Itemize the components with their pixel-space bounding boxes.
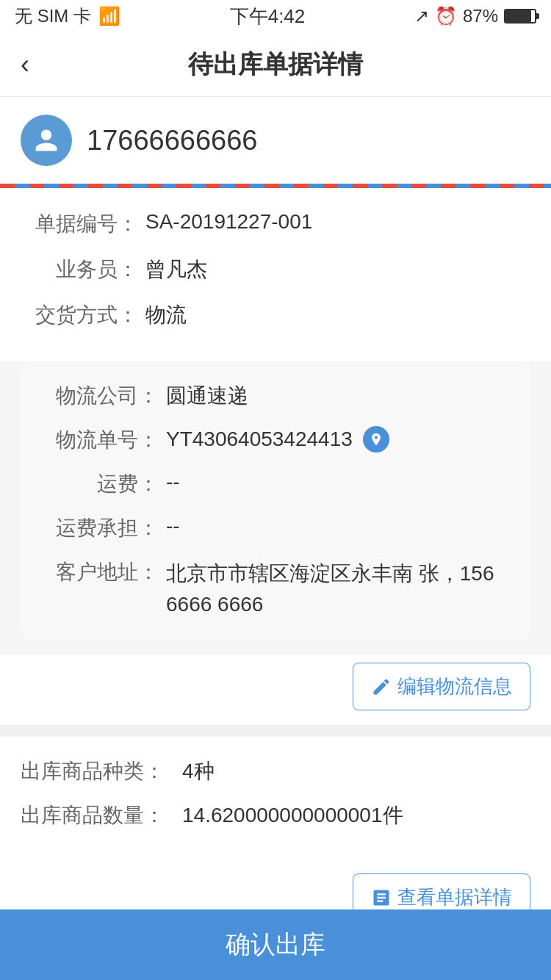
battery-fill [505, 10, 531, 22]
edit-logistics-button[interactable]: 编辑物流信息 [353, 663, 530, 710]
tracking-number-text: YT43064053424413 [166, 428, 353, 451]
address-value: 北京市市辖区海淀区永丰南 张，156 6666 6666 [159, 558, 510, 620]
status-bar: 无 SIM 卡 📶 下午4:42 ↗ ⏰ 87% [0, 0, 551, 32]
edit-btn-area: 编辑物流信息 [0, 655, 551, 725]
freight-row: 运费： -- [41, 470, 510, 498]
sales-person-row: 业务员： 曾凡杰 [21, 256, 530, 284]
carrier-label: 无 SIM 卡 [15, 4, 91, 28]
customer-header: 17666666666 [0, 97, 551, 184]
document-number-value: SA-20191227-001 [138, 210, 530, 234]
goods-quantity-label: 出库商品数量： [21, 801, 182, 829]
sales-person-value: 曾凡杰 [138, 256, 530, 284]
nav-bar: ‹ 待出库单据详情 [0, 32, 551, 97]
goods-types-row: 出库商品种类： 4种 [21, 757, 530, 785]
status-time: 下午4:42 [230, 4, 306, 29]
back-button[interactable]: ‹ [21, 49, 29, 80]
goods-section: 出库商品种类： 4种 出库商品数量： 14.620000000000001件 [0, 737, 551, 866]
freight-bearer-value: -- [159, 514, 510, 538]
document-number-row: 单据编号： SA-20191227-001 [21, 210, 530, 238]
goods-quantity-value: 14.620000000000001件 [182, 801, 403, 829]
address-row: 客户地址： 北京市市辖区海淀区永丰南 张，156 6666 6666 [41, 558, 510, 620]
confirm-btn-area: 确认出库 [0, 909, 551, 980]
sales-person-label: 业务员： [21, 256, 138, 284]
status-right: ↗ ⏰ 87% [414, 6, 536, 26]
battery-label: 87% [463, 6, 498, 26]
freight-bearer-row: 运费承担： -- [41, 514, 510, 542]
tracking-location-icon[interactable] [363, 426, 389, 453]
confirm-delivery-button[interactable]: 确认出库 [0, 909, 551, 980]
order-info-section: 单据编号： SA-20191227-001 业务员： 曾凡杰 交货方式： 物流 [0, 188, 551, 361]
address-label: 客户地址： [41, 558, 159, 586]
goods-types-value: 4种 [182, 757, 215, 785]
delivery-method-row: 交货方式： 物流 [21, 301, 530, 329]
logistics-company-label: 物流公司： [41, 382, 159, 410]
goods-types-label: 出库商品种类： [21, 757, 182, 785]
delivery-method-label: 交货方式： [21, 301, 138, 329]
view-details-label: 查看单据详情 [397, 884, 512, 910]
avatar [21, 115, 72, 166]
logistics-company-row: 物流公司： 圆通速递 [41, 382, 510, 410]
goods-quantity-row: 出库商品数量： 14.620000000000001件 [21, 801, 530, 829]
location-status-icon: ↗ [414, 6, 429, 26]
status-left: 无 SIM 卡 📶 [15, 4, 120, 28]
section-divider-1 [0, 725, 551, 737]
freight-label: 运费： [41, 470, 159, 498]
tracking-number-row: 物流单号： YT43064053424413 [41, 426, 510, 454]
freight-value: -- [159, 470, 510, 494]
delivery-method-value: 物流 [138, 301, 530, 329]
customer-phone: 17666666666 [87, 125, 257, 156]
battery-icon [504, 9, 536, 24]
wifi-icon: 📶 [98, 6, 120, 26]
logistics-company-value: 圆通速递 [159, 382, 510, 410]
tracking-number-value: YT43064053424413 [159, 426, 510, 453]
logistics-card: 物流公司： 圆通速递 物流单号： YT43064053424413 运费： --… [21, 361, 530, 641]
edit-logistics-label: 编辑物流信息 [397, 674, 512, 699]
tracking-number-label: 物流单号： [41, 426, 159, 454]
document-number-label: 单据编号： [21, 210, 138, 238]
alarm-status-icon: ⏰ [435, 6, 457, 26]
page-title: 待出库单据详情 [188, 48, 363, 82]
freight-bearer-label: 运费承担： [41, 514, 159, 542]
